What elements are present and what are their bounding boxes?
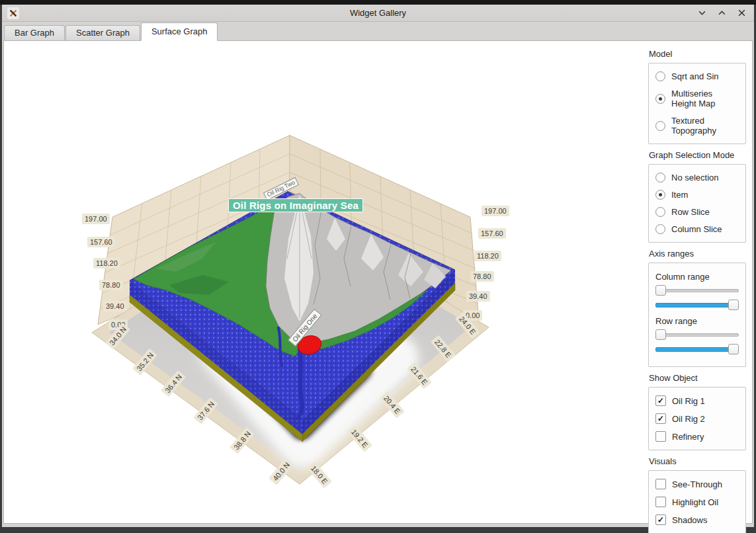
axis-tick-label: 39.40 bbox=[103, 301, 127, 311]
radio-label: Row Slice bbox=[671, 207, 710, 217]
checkbox-shadows[interactable]: Shadows bbox=[655, 514, 739, 525]
slider-handle[interactable] bbox=[655, 285, 666, 296]
radio-row-slice[interactable]: Row Slice bbox=[655, 207, 739, 217]
selection-mode-groupbox: No selection Item Row Slice Column Slice bbox=[648, 164, 746, 243]
radio-column-slice[interactable]: Column Slice bbox=[655, 224, 739, 234]
minimize-icon[interactable] bbox=[697, 9, 706, 18]
slider-handle[interactable] bbox=[655, 329, 666, 340]
titlebar[interactable]: Widget Gallery bbox=[2, 5, 754, 22]
slider-track bbox=[655, 289, 739, 292]
tab-bar-graph[interactable]: Bar Graph bbox=[4, 25, 65, 40]
radio-icon bbox=[655, 224, 665, 234]
axis-tick-label: 78.80 bbox=[99, 280, 123, 290]
checkbox-label: Refinery bbox=[672, 432, 704, 442]
control-panel: Model Sqrt and Sin Multiseries Height Ma… bbox=[644, 41, 752, 523]
checkbox-oil-rig-2[interactable]: Oil Rig 2 bbox=[655, 413, 739, 424]
x11-logo-icon bbox=[9, 9, 18, 18]
axis-tick-label: 197.00 bbox=[482, 206, 509, 216]
axis-tick-label: 118.20 bbox=[93, 258, 120, 268]
surface-graph-canvas[interactable]: Oil Rigs on Imaginary Sea Oil Rig Two Oi… bbox=[4, 41, 644, 523]
axis-ranges-section-label: Axis ranges bbox=[649, 249, 746, 259]
row-range-max-slider[interactable] bbox=[655, 344, 739, 354]
radio-no-selection[interactable]: No selection bbox=[655, 173, 739, 183]
window-title: Widget Gallery bbox=[2, 8, 754, 18]
column-range-max-slider[interactable] bbox=[655, 300, 739, 310]
model-groupbox: Sqrt and Sin Multiseries Height Map Text… bbox=[648, 63, 746, 144]
app-icon[interactable] bbox=[7, 7, 19, 19]
slider-track bbox=[655, 333, 739, 337]
visuals-section-label: Visuals bbox=[649, 456, 746, 466]
checkbox-icon bbox=[655, 497, 666, 507]
radio-label: Item bbox=[671, 190, 688, 200]
radio-textured-topography[interactable]: Textured Topography bbox=[655, 116, 739, 136]
visuals-groupbox: See-Through Highlight Oil Shadows bbox=[648, 470, 746, 533]
axis-tick-label: 78.80 bbox=[470, 271, 494, 282]
slider-handle[interactable] bbox=[728, 300, 739, 310]
window-outer-border bbox=[0, 0, 756, 5]
radio-multiseries-height-map[interactable]: Multiseries Height Map bbox=[655, 89, 739, 108]
axis-ranges-groupbox: Column range Row range bbox=[648, 263, 746, 367]
radio-sqrt-and-sin[interactable]: Sqrt and Sin bbox=[655, 71, 739, 81]
show-object-groupbox: Oil Rig 1 Oil Rig 2 Refinery bbox=[648, 387, 746, 450]
radio-icon bbox=[655, 121, 665, 131]
maximize-icon[interactable] bbox=[717, 9, 726, 18]
checkbox-icon bbox=[655, 431, 666, 442]
radio-label: No selection bbox=[671, 173, 719, 183]
slider-track-filled bbox=[655, 347, 739, 352]
checkbox-icon bbox=[655, 479, 666, 489]
radio-selected-icon bbox=[655, 94, 665, 104]
checkbox-see-through[interactable]: See-Through bbox=[655, 479, 739, 489]
radio-label: Multiseries Height Map bbox=[671, 89, 727, 108]
axis-tick-label: 157.60 bbox=[478, 228, 506, 239]
selection-mode-section-label: Graph Selection Mode bbox=[649, 150, 746, 160]
window-body: Bar Graph Scatter Graph Surface Graph bbox=[2, 22, 754, 527]
column-range-label: Column range bbox=[655, 272, 739, 282]
window-controls bbox=[697, 5, 746, 21]
row-range-min-slider[interactable] bbox=[655, 329, 739, 340]
row-range-label: Row range bbox=[655, 316, 739, 326]
checkbox-label: Oil Rig 2 bbox=[672, 414, 705, 424]
checkbox-label: Highlight Oil bbox=[672, 497, 718, 507]
radio-label: Sqrt and Sin bbox=[671, 71, 719, 81]
radio-label: Column Slice bbox=[671, 224, 722, 234]
checkbox-refinery[interactable]: Refinery bbox=[655, 431, 739, 442]
graph-title-label: Oil Rigs on Imaginary Sea bbox=[228, 198, 363, 212]
checkbox-checked-icon bbox=[655, 413, 666, 424]
radio-label: Textured Topography bbox=[671, 116, 727, 136]
radio-icon bbox=[655, 207, 665, 217]
checkbox-oil-rig-1[interactable]: Oil Rig 1 bbox=[655, 395, 739, 406]
checkbox-label: Oil Rig 1 bbox=[672, 396, 705, 406]
column-range-min-slider[interactable] bbox=[655, 285, 739, 296]
model-section-label: Model bbox=[649, 49, 746, 59]
checkbox-checked-icon bbox=[655, 514, 666, 525]
tab-surface-graph[interactable]: Surface Graph bbox=[141, 22, 218, 41]
tab-content-pane: Oil Rigs on Imaginary Sea Oil Rig Two Oi… bbox=[3, 40, 753, 524]
checkbox-label: Shadows bbox=[672, 515, 707, 525]
radio-item[interactable]: Item bbox=[655, 190, 739, 200]
checkbox-checked-icon bbox=[655, 395, 666, 406]
radio-selected-icon bbox=[655, 190, 665, 200]
tab-scatter-graph[interactable]: Scatter Graph bbox=[65, 25, 140, 40]
slider-handle[interactable] bbox=[728, 344, 739, 354]
radio-icon bbox=[655, 173, 665, 183]
axis-tick-label: 157.60 bbox=[87, 237, 115, 247]
checkbox-highlight-oil[interactable]: Highlight Oil bbox=[655, 497, 739, 507]
axis-tick-label: 197.00 bbox=[82, 214, 110, 224]
axis-tick-label: 39.40 bbox=[466, 291, 490, 302]
axis-tick-label: 118.20 bbox=[474, 251, 501, 261]
show-object-section-label: Show Object bbox=[649, 373, 746, 383]
close-icon[interactable] bbox=[737, 9, 746, 18]
radio-icon bbox=[655, 71, 665, 81]
checkbox-label: See-Through bbox=[672, 479, 722, 489]
slider-track-filled bbox=[655, 303, 739, 308]
tab-bar: Bar Graph Scatter Graph Surface Graph bbox=[2, 22, 754, 40]
